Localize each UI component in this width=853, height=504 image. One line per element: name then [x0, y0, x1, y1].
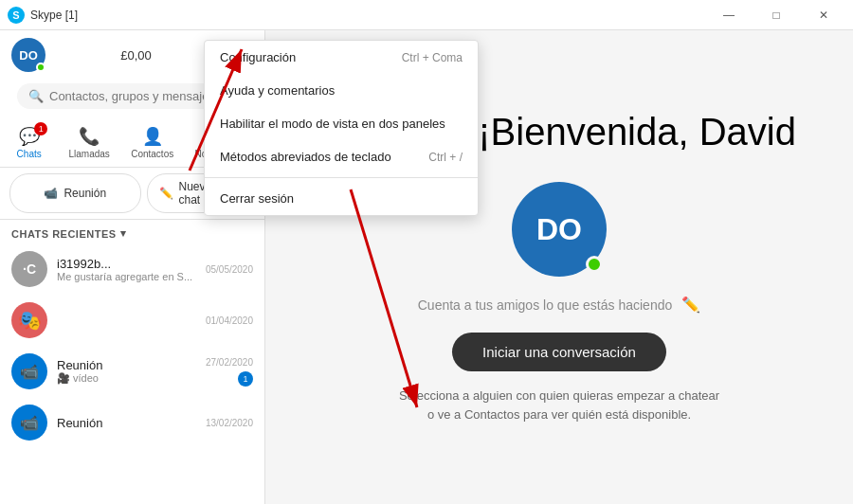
chat-date: 13/02/2020 — [206, 418, 253, 428]
chat-date: 27/02/2020 — [206, 357, 253, 368]
menu-item-shortcuts-label: Métodos abreviados de teclado — [220, 150, 391, 164]
menu-item-shortcuts-shortcut: Ctrl + / — [428, 151, 463, 164]
online-status-dot — [36, 63, 45, 72]
chat-info: Reunión — [57, 416, 196, 430]
profile-status-dot — [586, 256, 603, 273]
chat-date: 01/04/2020 — [206, 315, 253, 326]
avatar[interactable]: DO — [11, 38, 45, 72]
app-title: Skype [1] — [30, 9, 78, 22]
avatar: ·C — [11, 251, 47, 287]
edit-status-icon[interactable]: ✏️ — [681, 296, 700, 314]
menu-item-settings[interactable]: Configuración Ctrl + Coma — [205, 41, 478, 74]
chat-info: Reunión 🎥 vídeo — [57, 358, 196, 385]
welcome-title: ¡Bienvenida, David — [478, 111, 796, 153]
chat-name: i31992b... — [57, 257, 196, 271]
menu-item-shortcuts[interactable]: Métodos abreviados de teclado Ctrl + / — [205, 140, 478, 173]
search-icon: 🔍 — [28, 89, 44, 103]
tab-calls[interactable]: 📞 Llamadas — [61, 122, 117, 163]
chat-meta: 27/02/2020 1 — [206, 357, 253, 387]
title-bar: S Skype [1] — □ ✕ — [0, 0, 853, 30]
avatar: 📹 — [11, 405, 47, 441]
chat-name: Reunión — [57, 358, 196, 372]
profile-initials: DO — [536, 212, 582, 247]
chat-list: ·C i31992b... Me gustaría agregarte en S… — [0, 243, 264, 504]
title-bar-left: S Skype [1] — [8, 7, 78, 24]
chat-name: Reunión — [57, 416, 196, 430]
status-placeholder: Cuenta a tus amigos lo que estás haciend… — [418, 297, 673, 313]
meeting-button[interactable]: 📹 Reunión — [9, 173, 141, 213]
tab-calls-label: Llamadas — [68, 149, 109, 159]
search-bar: 🔍 — [17, 83, 220, 109]
meeting-icon: 📹 — [44, 187, 58, 200]
tab-contacts-label: Contactos — [131, 149, 173, 159]
menu-item-help-label: Ayuda y comentarios — [220, 83, 335, 98]
context-menu: Configuración Ctrl + Coma Ayuda y coment… — [204, 40, 479, 216]
tab-contacts[interactable]: 👤 Contactos — [123, 122, 181, 163]
chat-meta: 13/02/2020 — [206, 418, 253, 428]
chats-badge: 1 — [34, 122, 47, 135]
menu-item-settings-label: Configuración — [220, 50, 296, 64]
new-chat-icon: ✏️ — [159, 187, 173, 200]
avatar: 📹 — [11, 353, 47, 389]
chat-preview: 🎥 vídeo — [57, 372, 196, 385]
chats-header[interactable]: CHATS RECIENTES ▾ — [11, 227, 253, 240]
unread-badge: 1 — [238, 371, 253, 387]
skype-logo: S — [8, 7, 25, 24]
calls-icon: 📞 — [79, 126, 100, 147]
chat-date: 05/05/2020 — [206, 264, 253, 275]
user-balance: £0,00 — [45, 48, 227, 63]
menu-item-logout[interactable]: Cerrar sesión — [205, 182, 478, 215]
chat-meta: 05/05/2020 — [206, 264, 253, 275]
chats-header-label: CHATS RECIENTES — [11, 228, 117, 240]
chat-info: i31992b... Me gustaría agregarte en S... — [57, 257, 196, 282]
profile-avatar-large: DO — [512, 182, 607, 277]
maximize-button[interactable]: □ — [754, 0, 798, 30]
menu-item-logout-label: Cerrar sesión — [220, 191, 294, 206]
avatar-initials: DO — [19, 48, 38, 63]
welcome-description: Selecciona a alguien con quien quieras e… — [398, 387, 720, 423]
menu-item-two-panels-label: Habilitar el modo de vista en dos panele… — [220, 117, 445, 131]
status-bar: Cuenta a tus amigos lo que estás haciend… — [418, 296, 701, 314]
tab-chats-label: Chats — [17, 149, 42, 159]
menu-item-two-panels[interactable]: Habilitar el modo de vista en dos panele… — [205, 107, 478, 140]
list-item[interactable]: ·C i31992b... Me gustaría agregarte en S… — [0, 243, 264, 295]
list-item[interactable]: 📹 Reunión 13/02/2020 — [0, 397, 264, 448]
list-item[interactable]: 📹 Reunión 🎥 vídeo 27/02/2020 1 — [0, 346, 264, 397]
chats-section: CHATS RECIENTES ▾ — [0, 220, 264, 243]
chat-meta: 01/04/2020 — [206, 315, 253, 326]
start-conversation-button[interactable]: Iniciar una conversación — [452, 333, 666, 371]
chat-preview: Me gustaría agregarte en S... — [57, 271, 196, 282]
menu-item-settings-shortcut: Ctrl + Coma — [402, 51, 463, 64]
minimize-button[interactable]: — — [707, 0, 751, 30]
list-item[interactable]: 🎭 01/04/2020 — [0, 295, 264, 346]
search-input[interactable] — [49, 89, 209, 103]
avatar: 🎭 — [11, 302, 47, 338]
meeting-label: Reunión — [64, 187, 106, 200]
menu-divider — [205, 177, 478, 178]
contacts-icon: 👤 — [142, 126, 163, 147]
chats-header-chevron: ▾ — [120, 227, 127, 240]
menu-item-help[interactable]: Ayuda y comentarios — [205, 74, 478, 107]
tab-chats[interactable]: 💬 1 Chats — [3, 122, 55, 163]
title-bar-controls: — □ ✕ — [707, 0, 845, 30]
close-button[interactable]: ✕ — [802, 0, 845, 30]
